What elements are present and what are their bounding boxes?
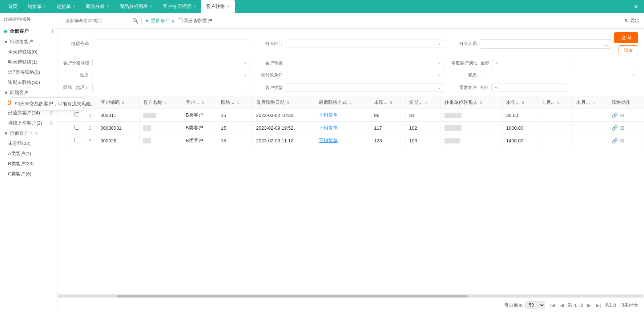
- row2-name-blurred: [143, 125, 151, 131]
- prev-page-button[interactable]: ◀: [559, 302, 565, 309]
- sidebar-all-customers[interactable]: ⊞ 全部客户 《: [0, 25, 57, 37]
- search-submit-icon[interactable]: 🔍: [132, 18, 138, 24]
- sidebar: 🔍 ⊞ 全部客户 《 ▼ 待联络客户 今天待联络(0) 明天待联络(1) 近7天…: [0, 13, 57, 312]
- retail-attr-select[interactable]: ∨: [492, 59, 568, 67]
- overdue-sort-icon[interactable]: ⇅: [425, 101, 428, 105]
- retail-customer-select[interactable]: ∨: [491, 84, 568, 92]
- row2-select[interactable]: [75, 125, 79, 130]
- row2-gear: [57, 122, 71, 134]
- customer-level-select[interactable]: ∨: [286, 59, 444, 67]
- customer-table: ⚙ 客户编码 ⇅ 客户名称 ⇅: [57, 96, 644, 147]
- tab-sales-close[interactable]: ×: [44, 4, 47, 9]
- tab-customer-contact-close[interactable]: ×: [227, 4, 230, 9]
- sidebar-group-pending[interactable]: ▼ 待联络客户: [0, 37, 57, 47]
- row3-last-method-link[interactable]: 下销货单: [319, 138, 338, 143]
- row2-last-method-link[interactable]: 下销货单: [319, 125, 338, 130]
- row3-contact-person: [440, 134, 502, 147]
- payment-select[interactable]: ∨: [286, 71, 444, 79]
- contact-person-sort-icon[interactable]: ⇅: [479, 101, 482, 105]
- last-method-sort-icon[interactable]: ⇅: [349, 101, 352, 105]
- sidebar-item-declining[interactable]: 持续下滑客户(2) ⓘ: [0, 118, 57, 128]
- col-last-date: 最后联络日期 ⇅: [252, 96, 315, 109]
- tab-customer-tier[interactable]: 客户分层经营 ×: [158, 0, 201, 13]
- this-year-sort-icon[interactable]: ⇅: [522, 101, 524, 105]
- sidebar-item-a-class[interactable]: A类客户(1): [0, 149, 57, 159]
- sidebar-group-value[interactable]: ▼ 价值客户 ↻ ✎: [0, 128, 57, 138]
- sidebar-item-c-class[interactable]: C类客户(6): [0, 169, 57, 179]
- contact-sort-icon[interactable]: ⇅: [236, 101, 239, 105]
- collapse-icon: 《: [49, 28, 53, 35]
- row1-last-method-link[interactable]: 下销货单: [319, 112, 338, 118]
- uncontacted-sort-icon[interactable]: ⇅: [390, 101, 393, 105]
- sidebar-item-today-pending[interactable]: 今天待联络(0): [0, 47, 57, 57]
- row1-checkbox[interactable]: [71, 109, 84, 122]
- close-all-tabs[interactable]: ✕: [631, 3, 641, 10]
- value-refresh-icon[interactable]: ↻: [30, 131, 33, 136]
- row3-action-grid[interactable]: ⊞: [620, 138, 624, 143]
- tab-product-list-close[interactable]: ×: [150, 4, 153, 9]
- dept-select[interactable]: ∨: [286, 40, 444, 48]
- last-month-sort-icon[interactable]: ⇅: [557, 101, 560, 105]
- phone-input[interactable]: [92, 40, 250, 48]
- name-sort-icon[interactable]: ⇅: [164, 101, 167, 105]
- filter-customer-type: 客户类型 ∨: [257, 83, 444, 92]
- query-button[interactable]: 查询: [614, 32, 638, 43]
- region-select[interactable]: ...: [92, 83, 250, 92]
- next-page-button[interactable]: ▶: [586, 302, 592, 309]
- page-size-select[interactable]: 50 100: [525, 301, 545, 309]
- row3-select[interactable]: [75, 138, 79, 142]
- settings-button[interactable]: 设置: [619, 45, 638, 55]
- nature-select[interactable]: ∨: [92, 71, 250, 79]
- tab-home[interactable]: 首页: [3, 0, 23, 13]
- tab-sales[interactable]: 销货单 ×: [23, 0, 52, 13]
- sidebar-item-b-class[interactable]: B类客户(33): [0, 159, 57, 169]
- row1-select[interactable]: [75, 112, 79, 117]
- filter-icon: ▼: [145, 18, 149, 24]
- row1-action-link[interactable]: 🔗: [612, 112, 618, 118]
- row3-checkbox[interactable]: [71, 134, 84, 147]
- my-customers-label[interactable]: 我分管的客户: [178, 17, 212, 24]
- row2-last-method[interactable]: 下销货单: [315, 122, 370, 134]
- sidebar-group-problem[interactable]: ▼ 问题客户: [0, 88, 57, 98]
- last-page-button[interactable]: ▶|: [595, 302, 602, 309]
- row2-action-grid[interactable]: ⊞: [620, 125, 624, 131]
- last-date-sort-icon[interactable]: ⇅: [286, 101, 289, 105]
- row2-checkbox[interactable]: [71, 122, 84, 134]
- region-dots[interactable]: ...: [242, 85, 247, 90]
- type-sort-icon[interactable]: ⇅: [201, 101, 204, 105]
- sidebar-item-ungrouped[interactable]: 未分组(32): [0, 138, 57, 149]
- first-page-button[interactable]: |◀: [549, 302, 556, 309]
- sidebar-item-7days-pending[interactable]: 近7天待联络(0): [0, 67, 57, 77]
- status-select[interactable]: ∨: [480, 71, 638, 79]
- sidebar-item-tomorrow-pending[interactable]: 明天待联络(1): [0, 57, 57, 67]
- value-edit-icon[interactable]: ✎: [35, 131, 38, 136]
- tab-product-list[interactable]: 商品分析列表 ×: [114, 0, 158, 13]
- filter-region: 区域（地区） ...: [63, 83, 250, 92]
- manager-input[interactable]: ...: [480, 39, 611, 49]
- row3-action-link[interactable]: 🔗: [612, 138, 618, 143]
- my-customers-checkbox[interactable]: [178, 19, 182, 23]
- customer-type-select[interactable]: ∨: [286, 84, 444, 92]
- scrollbar-thumb[interactable]: [117, 295, 468, 297]
- tab-purchase[interactable]: 进货单 ×: [52, 0, 81, 13]
- more-filters-button[interactable]: ▼ 更多条件 ∧: [145, 17, 175, 24]
- app-root: 首页 销货单 × 进货单 × 商品分析 × 商品分析列表 × 客户分层经营 × …: [0, 0, 644, 312]
- row1-last-method[interactable]: 下销货单: [315, 109, 370, 122]
- this-month-sort-icon[interactable]: ⇅: [592, 101, 595, 105]
- sidebar-search-input[interactable]: [4, 16, 57, 21]
- row2-action-link[interactable]: 🔗: [612, 125, 618, 131]
- row3-last-method[interactable]: 下销货单: [315, 134, 370, 147]
- row1-action-grid[interactable]: ⊞: [620, 112, 624, 118]
- manager-dots[interactable]: ...: [604, 41, 608, 47]
- tab-purchase-close[interactable]: ×: [73, 4, 76, 9]
- search-input[interactable]: [65, 18, 132, 23]
- export-button[interactable]: ↻ 导出: [625, 17, 640, 24]
- tab-customer-tier-close[interactable]: ×: [193, 4, 196, 9]
- code-sort-icon[interactable]: ⇅: [121, 101, 124, 105]
- price-level-select[interactable]: ∨: [92, 59, 250, 67]
- tab-customer-contact[interactable]: 客户联络 ×: [201, 0, 235, 13]
- horizontal-scrollbar[interactable]: [57, 294, 644, 298]
- tab-product-analysis[interactable]: 商品分析 ×: [81, 0, 114, 13]
- sidebar-item-overdue-pending[interactable]: 逾期未联络(30): [0, 77, 57, 88]
- tab-product-analysis-close[interactable]: ×: [107, 4, 109, 9]
